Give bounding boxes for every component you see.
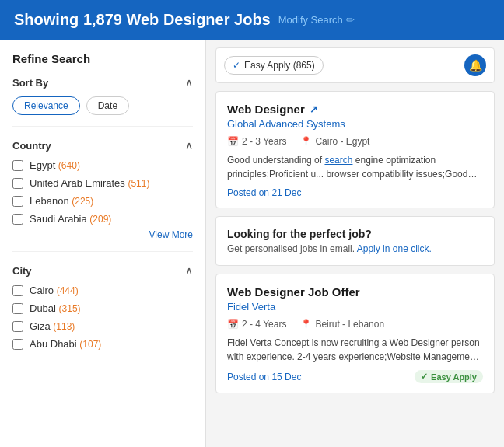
country-header: Country ∧ — [12, 139, 193, 152]
city-giza-label: Giza (113) — [30, 320, 75, 332]
country-egypt-label: Egypt (640) — [30, 159, 80, 171]
country-view-more[interactable]: View More — [12, 229, 193, 240]
posted-date-1: Posted on 21 Dec — [227, 187, 483, 198]
easy-apply-filter-tag[interactable]: ✓ Easy Apply (865) — [224, 56, 324, 75]
country-saudi[interactable]: Saudi Arabia (209) — [12, 213, 193, 225]
city-list: Cairo (444) Dubai (315) Giza (113) Abu D… — [12, 285, 193, 350]
city-abudhabi[interactable]: Abu Dhabi (107) — [12, 338, 193, 350]
city-giza-checkbox[interactable] — [12, 321, 23, 332]
country-lebanon-checkbox[interactable] — [12, 196, 23, 207]
job-title-1: Web Designer ↗ — [227, 103, 483, 116]
job-title-2: Web Designer Job Offer — [227, 285, 483, 299]
city-abudhabi-checkbox[interactable] — [12, 339, 23, 350]
notification-button[interactable]: 🔔 — [464, 54, 486, 76]
sort-by-header: Sort By ∧ — [12, 76, 193, 89]
company-name-2[interactable]: Fidel Verta — [227, 301, 483, 313]
location-meta-2: 📍 Beirut - Lebanon — [300, 319, 384, 330]
easy-apply-label: Easy Apply — [431, 372, 477, 382]
job-card-1: Web Designer ↗ Global Advanced Systems 📅… — [215, 91, 495, 208]
filter-tags-row: ✓ Easy Apply (865) 🔔 — [215, 47, 495, 83]
location-icon-1: 📍 — [300, 136, 312, 147]
sort-by-label: Sort By — [12, 77, 48, 89]
country-saudi-checkbox[interactable] — [12, 214, 23, 225]
city-giza[interactable]: Giza (113) — [12, 320, 193, 332]
city-header: City ∧ — [12, 264, 193, 277]
promo-title: Looking for the perfect job? — [227, 228, 483, 240]
country-list: Egypt (640) United Arab Emirates (511) L… — [12, 159, 193, 225]
country-uae-label: United Arab Emirates (511) — [30, 177, 149, 189]
promo-card: Looking for the perfect job? Get persona… — [215, 216, 495, 266]
job-desc-1: Good understanding of search engine opti… — [227, 153, 483, 181]
experience-meta-2: 📅 2 - 4 Years — [227, 319, 286, 330]
country-egypt[interactable]: Egypt (640) — [12, 159, 193, 171]
country-egypt-checkbox[interactable] — [12, 160, 23, 171]
promo-desc: Get personalised jobs in email. Apply in… — [227, 243, 483, 254]
external-link-icon-1: ↗ — [310, 103, 318, 115]
sort-buttons: Relevance Date — [12, 96, 193, 115]
job-meta-2: 📅 2 - 4 Years 📍 Beirut - Lebanon — [227, 319, 483, 330]
modify-search-label: Modify Search — [278, 14, 343, 26]
country-chevron-icon: ∧ — [185, 139, 193, 152]
sort-by-chevron-icon: ∧ — [185, 76, 193, 89]
city-chevron-icon: ∧ — [185, 264, 193, 277]
content-area: ✓ Easy Apply (865) 🔔 Web Designer ↗ Glob… — [206, 40, 504, 447]
sort-date-button[interactable]: Date — [86, 96, 129, 115]
pencil-icon: ✏ — [346, 14, 355, 26]
header: Showing 1,879 Web Designer Jobs Modify S… — [0, 0, 504, 40]
country-label: Country — [12, 140, 51, 152]
main-layout: Refine Search Sort By ∧ Relevance Date C… — [0, 40, 504, 447]
sort-by-section: Sort By ∧ Relevance Date — [12, 76, 193, 127]
location-icon-2: 📍 — [300, 319, 312, 330]
refine-search-title: Refine Search — [12, 52, 193, 65]
country-saudi-label: Saudi Arabia (209) — [30, 213, 111, 225]
sort-relevance-button[interactable]: Relevance — [12, 96, 80, 115]
posted-date-2: Posted on 15 Dec — [227, 372, 301, 382]
experience-meta-1: 📅 2 - 3 Years — [227, 136, 286, 147]
city-section: City ∧ Cairo (444) Dubai (315) Giza (113… — [12, 264, 193, 361]
country-uae[interactable]: United Arab Emirates (511) — [12, 177, 193, 189]
city-dubai-label: Dubai (315) — [30, 302, 81, 314]
country-lebanon[interactable]: Lebanon (225) — [12, 195, 193, 207]
country-lebanon-label: Lebanon (225) — [30, 195, 93, 207]
job-desc-2: Fidel Verta Concept is now recruiting a … — [227, 336, 483, 364]
tag-check-icon: ✓ — [233, 60, 240, 71]
city-label: City — [12, 265, 32, 277]
easy-apply-check-icon: ✓ — [421, 372, 428, 382]
page-title: Showing 1,879 Web Designer Jobs — [14, 11, 271, 29]
city-cairo[interactable]: Cairo (444) — [12, 285, 193, 296]
modify-search-button[interactable]: Modify Search ✏ — [278, 14, 355, 26]
sidebar: Refine Search Sort By ∧ Relevance Date C… — [0, 40, 206, 447]
city-dubai-checkbox[interactable] — [12, 303, 23, 314]
city-cairo-checkbox[interactable] — [12, 285, 23, 296]
city-cairo-label: Cairo (444) — [30, 285, 79, 296]
easy-apply-badge-2[interactable]: ✓ Easy Apply — [415, 370, 483, 383]
job-meta-1: 📅 2 - 3 Years 📍 Cairo - Egypt — [227, 136, 483, 147]
company-name-1[interactable]: Global Advanced Systems — [227, 118, 483, 130]
bell-icon: 🔔 — [469, 59, 482, 72]
easy-apply-tag-label: Easy Apply (865) — [244, 60, 315, 71]
job-card-2: Web Designer Job Offer Fidel Verta 📅 2 -… — [215, 274, 495, 393]
city-abudhabi-label: Abu Dhabi (107) — [30, 338, 101, 350]
briefcase-icon-1: 📅 — [227, 136, 239, 147]
country-uae-checkbox[interactable] — [12, 178, 23, 189]
city-dubai[interactable]: Dubai (315) — [12, 302, 193, 314]
briefcase-icon-2: 📅 — [227, 319, 239, 330]
location-meta-1: 📍 Cairo - Egypt — [300, 136, 369, 147]
country-section: Country ∧ Egypt (640) United Arab Emirat… — [12, 139, 193, 252]
